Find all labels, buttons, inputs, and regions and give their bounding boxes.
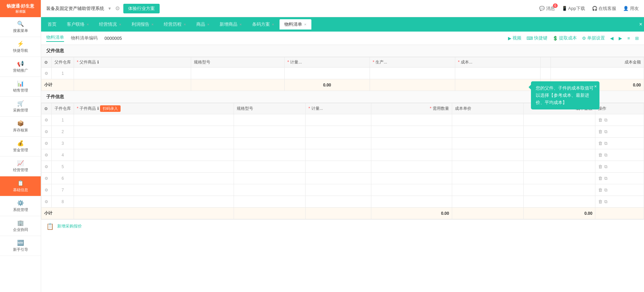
copy-icon[interactable]: ⧉ <box>604 152 607 158</box>
nav-tab-close-profit[interactable]: × <box>151 22 153 26</box>
child-spec-cell[interactable] <box>234 114 306 126</box>
child-goods-cell[interactable] <box>74 196 234 208</box>
sidebar-item-purchase[interactable]: 🛒 采购管理 <box>0 97 41 117</box>
child-goods-cell[interactable] <box>74 161 234 173</box>
child-spec-cell[interactable] <box>234 161 306 173</box>
parent-spec-cell[interactable] <box>191 68 284 79</box>
child-row-gear[interactable]: ⚙ <box>41 126 52 138</box>
child-unit-cost-cell[interactable] <box>452 196 523 208</box>
child-qty-cell[interactable] <box>371 173 452 184</box>
sidebar-item-guide[interactable]: 🆕 新手引导 <box>0 236 41 256</box>
delete-icon[interactable]: 🗑 <box>598 152 603 157</box>
sidebar-item-marketing[interactable]: 📢 营销推广 <box>0 57 41 77</box>
tooltip-close-icon[interactable]: × <box>594 83 597 90</box>
delete-icon[interactable]: 🗑 <box>598 141 603 146</box>
copy-icon[interactable]: ⧉ <box>604 187 607 193</box>
nav-tab-profit[interactable]: 利润报告× <box>127 19 158 30</box>
copy-icon[interactable]: ⧉ <box>604 129 607 135</box>
child-goods-cell[interactable] <box>74 184 234 196</box>
child-unit-cost-cell[interactable] <box>452 149 523 161</box>
user-info[interactable]: 👤 用友 <box>623 5 639 12</box>
sidebar-item-basic[interactable]: 📋 基础信息 <box>0 176 41 196</box>
nav-tab-close-operations[interactable]: × <box>119 22 121 26</box>
scan-input-button[interactable]: 扫码录入 <box>100 105 121 112</box>
nav-prev-icon[interactable]: ◀ <box>610 36 614 41</box>
nav-tab-close-bom[interactable]: × <box>304 22 306 26</box>
delete-icon[interactable]: 🗑 <box>598 129 603 134</box>
child-unit-cost-cell[interactable] <box>452 184 523 196</box>
action-view[interactable]: ▶ 视频 <box>508 35 521 41</box>
child-row-gear[interactable]: ⚙ <box>41 196 52 208</box>
delete-icon[interactable]: 🗑 <box>598 187 603 192</box>
child-unit-cell[interactable] <box>306 196 371 208</box>
child-qty-cell[interactable] <box>371 138 452 149</box>
table-view-icon[interactable]: ⊞ <box>635 36 639 41</box>
copy-icon[interactable]: ⧉ <box>604 164 607 170</box>
grid-view-icon[interactable]: ≡ <box>627 36 630 41</box>
sidebar-item-enterprise[interactable]: 🏢 企业协同 <box>0 216 41 236</box>
child-row-gear[interactable]: ⚙ <box>41 184 52 196</box>
child-spec-cell[interactable] <box>234 196 306 208</box>
child-goods-cell[interactable] <box>74 114 234 126</box>
action-settings[interactable]: ⚙ 单据设置 <box>582 35 605 41</box>
sidebar-item-finance[interactable]: 💰 资金管理 <box>0 137 41 156</box>
child-unit-cost-cell[interactable] <box>452 173 523 184</box>
child-unit-cell[interactable] <box>306 138 371 149</box>
try-button[interactable]: 体验行业方案 <box>123 4 160 13</box>
add-row-icon[interactable]: 📋 <box>46 223 54 230</box>
child-unit-cost-cell[interactable] <box>452 114 523 126</box>
nav-tab-home[interactable]: 首页 <box>43 19 61 30</box>
child-row-gear[interactable]: ⚙ <box>41 114 52 126</box>
child-unit-cost-cell[interactable] <box>452 161 523 173</box>
copy-icon[interactable]: ⧉ <box>604 117 607 123</box>
nav-tab-new-goods[interactable]: 新增商品× <box>215 19 246 30</box>
child-qty-cell[interactable] <box>371 184 452 196</box>
nav-tab-barcode[interactable]: 条码方案× <box>247 19 279 30</box>
child-unit-cell[interactable] <box>306 149 371 161</box>
child-goods-cell[interactable] <box>74 126 234 138</box>
child-qty-cell[interactable] <box>371 149 452 161</box>
nav-tab-operations[interactable]: 经营情况× <box>94 19 126 30</box>
row-gear[interactable]: ⚙ <box>41 68 52 79</box>
child-row-gear[interactable]: ⚙ <box>41 138 52 149</box>
nav-tab-close-new-goods[interactable]: × <box>239 22 242 26</box>
child-unit-cell[interactable] <box>306 114 371 126</box>
parent-unit-cell[interactable] <box>284 68 370 79</box>
child-row-gear[interactable]: ⚙ <box>41 161 52 173</box>
copy-icon[interactable]: ⧉ <box>604 141 607 146</box>
nav-tab-close-history[interactable]: × <box>184 22 186 26</box>
child-qty-cell[interactable] <box>371 196 452 208</box>
dropdown-arrow[interactable]: ▼ <box>108 6 112 11</box>
child-unit-cell[interactable] <box>306 173 371 184</box>
delete-icon[interactable]: 🗑 <box>598 117 603 122</box>
child-spec-cell[interactable] <box>234 138 306 149</box>
close-all-tabs-icon[interactable]: × <box>639 21 642 27</box>
sidebar-item-inventory[interactable]: 📦 库存核算 <box>0 117 41 137</box>
child-unit-cost-cell[interactable] <box>452 138 523 149</box>
child-spec-cell[interactable] <box>234 184 306 196</box>
nav-next-icon[interactable]: ▶ <box>619 36 622 41</box>
child-unit-cell[interactable] <box>306 184 371 196</box>
add-row-label[interactable]: 新增采购报价 <box>57 223 82 229</box>
online-service[interactable]: 🎧 在线客服 <box>592 5 617 12</box>
sidebar-item-quick-nav[interactable]: ⚡ 快捷导航 <box>0 37 41 57</box>
child-row-gear[interactable]: ⚙ <box>41 173 52 184</box>
tab-bom[interactable]: 物料清单 <box>46 34 64 42</box>
message-icon-wrap[interactable]: 💬 消息 6 <box>539 5 555 12</box>
parent-cost-cell[interactable] <box>455 68 540 79</box>
nav-tab-bom[interactable]: 物料清单× <box>280 19 311 30</box>
child-goods-cell[interactable] <box>74 173 234 184</box>
action-cost[interactable]: 💲 提取成本 <box>553 35 577 41</box>
settings-gear-icon[interactable]: ⚙ <box>115 5 120 12</box>
sidebar-item-search[interactable]: 🔍 搜索菜单 <box>0 17 41 37</box>
delete-icon[interactable]: 🗑 <box>598 176 603 181</box>
child-spec-cell[interactable] <box>234 149 306 161</box>
child-row-gear[interactable]: ⚙ <box>41 149 52 161</box>
delete-icon[interactable]: 🗑 <box>598 199 603 204</box>
child-spec-cell[interactable] <box>234 126 306 138</box>
child-qty-cell[interactable] <box>371 126 452 138</box>
parent-production-cell[interactable] <box>370 68 455 79</box>
child-unit-cell[interactable] <box>306 161 371 173</box>
child-spec-cell[interactable] <box>234 173 306 184</box>
nav-tab-close-goods[interactable]: × <box>207 22 209 26</box>
